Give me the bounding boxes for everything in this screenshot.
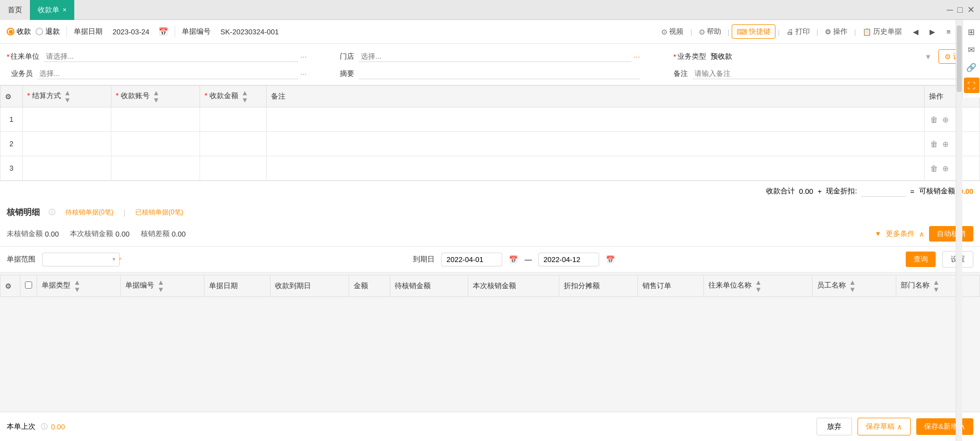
tab-separator: | (124, 208, 125, 217)
abandon-btn[interactable]: 放弃 (816, 418, 852, 435)
rcol-dept-label: 部门名称 (901, 281, 930, 289)
current-label: 本次核销金额 (70, 229, 113, 239)
sort-counterparty[interactable]: ▲▼ (755, 279, 762, 293)
radio-receive[interactable]: 收款 (7, 27, 31, 37)
table-settings-icon[interactable]: ⚙ (5, 93, 12, 101)
reconcile-info-icon[interactable]: ⓘ (49, 208, 55, 217)
tab-done[interactable]: 已核销单据(0笔) (132, 207, 187, 218)
calendar-icon[interactable]: 📅 (159, 27, 168, 36)
equals-sign: = (910, 187, 915, 196)
row-2-delete-btn[interactable]: 🗑 (930, 140, 938, 148)
tab-pending[interactable]: 待核销单据(0笔) (62, 207, 117, 218)
row-2-copy-btn[interactable]: ⊕ (942, 140, 949, 148)
btn-help[interactable]: ⊙ 帮助 (695, 25, 726, 38)
select-all-checkbox[interactable] (25, 281, 32, 289)
summary-input[interactable] (359, 68, 640, 79)
more-conditions-btn[interactable]: 更多条件 (886, 229, 915, 239)
btn-print-label: 打印 (795, 27, 810, 37)
row-1-copy-btn[interactable]: ⊕ (942, 115, 949, 124)
stat-current: 本次核销金额 0.00 (70, 229, 129, 239)
sort-amount[interactable]: ▲▼ (241, 89, 248, 104)
btn-shortcut[interactable]: ⌨ 快捷键 (732, 24, 775, 39)
auto-reconcile-btn[interactable]: 自动核销 (929, 226, 973, 242)
row-2-remark[interactable] (267, 132, 925, 156)
scroll-thumb[interactable] (957, 25, 962, 92)
toolbar-divider-1 (67, 26, 67, 37)
row-1-amount[interactable] (200, 107, 267, 132)
more-conditions-arrow[interactable]: ∧ (919, 230, 925, 238)
row-1-payment[interactable] (23, 107, 111, 132)
row-3-copy-btn[interactable]: ⊕ (942, 164, 949, 173)
row-2-payment[interactable] (23, 132, 111, 156)
calendar-from-icon[interactable]: 📅 (509, 255, 518, 264)
sort-account[interactable]: ▲▼ (152, 89, 160, 104)
remark-field: 备注 (673, 68, 973, 79)
salesperson-more-btn[interactable]: ··· (300, 69, 307, 78)
rcol-doc-type: 单据类型 ▲▼ (37, 275, 121, 297)
biz-label: 业务类型 (677, 52, 706, 61)
tab-receipt-close[interactable]: × (63, 6, 67, 14)
row-3-delete-btn[interactable]: 🗑 (930, 164, 938, 173)
salesperson-input[interactable] (37, 68, 298, 79)
btn-operation[interactable]: ⚙ 操作 (820, 25, 852, 38)
query-btn[interactable]: 查询 (906, 252, 936, 267)
biz-dropdown-arrow[interactable]: ▼ (925, 53, 932, 61)
counterparty-more-btn[interactable]: ··· (300, 52, 307, 61)
row-1-account[interactable] (111, 107, 200, 132)
toolbar: 收款 退款 单据日期 2023-03-24 📅 单据编号 SK-20230324… (0, 20, 980, 44)
counterparty-input[interactable] (44, 51, 298, 62)
row-2-account[interactable] (111, 132, 200, 156)
btn-nav-left[interactable]: ◀ (908, 26, 923, 38)
remark-input[interactable] (692, 68, 973, 79)
footer: 本单上次 ⓘ 0.00 放弃 保存草稿 ∧ 保存&新增 ∧ (0, 412, 980, 441)
row-1-remark[interactable] (267, 107, 925, 132)
row-3-account[interactable] (111, 156, 200, 181)
sidebar-link-icon[interactable]: 🔗 (964, 60, 979, 75)
row-3-remark[interactable] (267, 156, 925, 181)
sort-dept[interactable]: ▲▼ (933, 279, 940, 293)
row-2-amount[interactable] (200, 132, 267, 156)
history-icon: 📋 (862, 28, 871, 36)
save-new-btn[interactable]: 保存&新增 ∧ (916, 418, 973, 435)
sidebar-table-icon[interactable]: ⊞ (964, 24, 979, 40)
sort-doc-type[interactable]: ▲▼ (74, 279, 81, 293)
close-icon[interactable]: ✕ (967, 4, 974, 15)
minimize-icon[interactable]: ─ (947, 5, 953, 15)
row-3-amount[interactable] (200, 156, 267, 181)
keyboard-icon: ⌨ (737, 28, 747, 36)
btn-video[interactable]: ⊙ 视频 (657, 25, 688, 38)
range-select[interactable] (42, 253, 120, 266)
date-to-input[interactable] (538, 253, 599, 266)
shop-field: 门店 ··· (340, 51, 640, 62)
sort-employee[interactable]: ▲▼ (849, 279, 856, 293)
tab-home[interactable]: 首页 (0, 0, 30, 20)
tab-receipt[interactable]: 收款单 × (30, 0, 74, 20)
rcol-pending-label: 待核销金额 (395, 281, 431, 290)
list-icon: ≡ (946, 28, 951, 36)
rcol-pending: 待核销金额 (390, 275, 468, 297)
sort-payment[interactable]: ▲▼ (64, 89, 71, 104)
save-draft-btn[interactable]: 保存草稿 ∧ (858, 418, 911, 435)
rtable-settings-icon[interactable]: ⚙ (5, 282, 12, 290)
row-1-num: 1 (1, 107, 23, 132)
radio-refund[interactable]: 退款 (35, 27, 60, 37)
sidebar-mail-icon[interactable]: ✉ (964, 42, 979, 58)
date-from-input[interactable] (441, 253, 502, 266)
maximize-icon[interactable]: □ (957, 5, 963, 15)
scrollbar[interactable] (956, 20, 962, 441)
reconcile-header: 核销明细 ⓘ 待核销单据(0笔) | 已核销单据(0笔) (0, 201, 980, 222)
btn-nav-right[interactable]: ▶ (925, 26, 940, 38)
discount-input[interactable] (861, 186, 906, 197)
btn-history[interactable]: 📋 历史单据 (858, 25, 906, 38)
btn-list-view[interactable]: ≡ (942, 26, 955, 38)
shop-input[interactable] (359, 51, 631, 62)
btn-print[interactable]: 🖨 打印 (782, 25, 814, 38)
shop-more-btn[interactable]: ··· (634, 52, 640, 61)
row-3-payment[interactable] (23, 156, 111, 181)
footer-info-icon[interactable]: ⓘ (41, 422, 48, 432)
sidebar-screenshot-icon[interactable]: ⛶ (964, 78, 979, 93)
calendar-to-icon[interactable]: 📅 (606, 255, 615, 264)
row-1-delete-btn[interactable]: 🗑 (930, 115, 938, 124)
rcol-doc-date: 单据日期 (205, 275, 270, 297)
sort-doc-no[interactable]: ▲▼ (157, 279, 165, 293)
